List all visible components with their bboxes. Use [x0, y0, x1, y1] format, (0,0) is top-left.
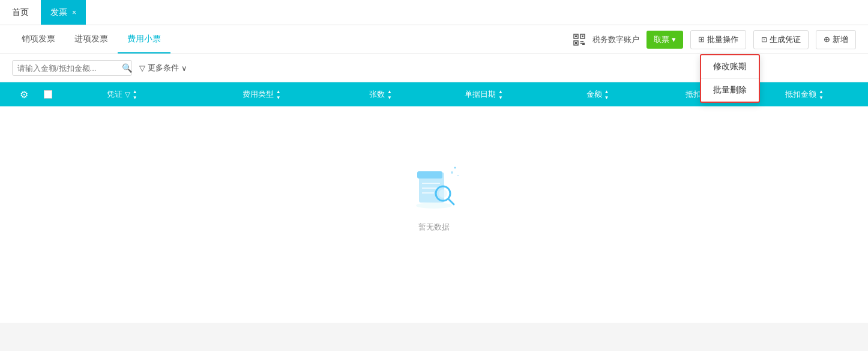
modify-period-item[interactable]: 修改账期 [701, 55, 759, 78]
action-buttons: 税务数字账户 取票 ▾ ⊞ 批量操作 ⊡ 生成凭证 ⊕ 新增 [573, 30, 856, 49]
batch-op-dropdown: 修改账期 批量删除 [700, 54, 760, 103]
add-label: 新增 [833, 34, 848, 45]
qr-code-button[interactable] [573, 34, 585, 46]
qu-piao-button[interactable]: 取票 ▾ [646, 31, 683, 49]
qu-piao-dropdown-icon: ▾ [672, 35, 676, 44]
batch-icon: ⊞ [698, 35, 705, 44]
batch-delete-item[interactable]: 批量删除 [701, 79, 759, 102]
date-sort[interactable]: ▲▼ [498, 89, 503, 100]
secondary-nav: 销项发票 进项发票 费用小票 税务数字账户 [0, 25, 868, 54]
tab-jinxiang[interactable]: 进项发票 [65, 25, 118, 53]
svg-rect-9 [582, 43, 585, 45]
more-conditions-button[interactable]: ▽ 更多条件 ∨ [139, 63, 187, 73]
tax-digital-button[interactable]: 税务数字账户 [592, 34, 639, 45]
invoice-tab[interactable]: 发票 × [41, 0, 86, 25]
th-voucher: 凭证 ▽ ▲▼ [60, 89, 184, 100]
svg-rect-7 [582, 41, 583, 42]
tab-feiyong[interactable]: 费用小票 [118, 25, 170, 53]
filter-icon: ▽ [139, 64, 145, 73]
th-deduct-amount: 抵扣金额 ▲▼ [753, 89, 856, 100]
th-date: 单据日期 ▲▼ [422, 89, 546, 100]
batch-op-label: 批量操作 [707, 34, 738, 45]
svg-point-17 [439, 189, 447, 198]
svg-rect-1 [575, 35, 577, 37]
voucher-sort[interactable]: ▲▼ [133, 89, 137, 100]
invoice-tab-label: 发票 [50, 7, 67, 18]
add-icon: ⊕ [824, 35, 830, 44]
th-count: 张数 ▲▼ [339, 89, 422, 100]
svg-point-21 [457, 175, 459, 176]
svg-point-19 [451, 171, 453, 174]
search-input-wrap: 🔍 [12, 60, 132, 76]
generate-voucher-label: 生成凭证 [770, 34, 801, 45]
amount-sort[interactable]: ▲▼ [604, 89, 609, 100]
search-input[interactable] [17, 64, 118, 73]
svg-point-10 [416, 203, 452, 209]
generate-voucher-button[interactable]: ⊡ 生成凭证 [753, 30, 809, 49]
close-tab-icon[interactable]: × [72, 8, 76, 17]
home-tab[interactable]: 首页 [0, 0, 41, 25]
svg-rect-6 [580, 41, 582, 42]
svg-line-18 [448, 199, 454, 204]
th-expense-type: 费用类型 ▲▼ [184, 89, 339, 100]
empty-text: 暂无数据 [418, 222, 450, 233]
home-label: 首页 [12, 7, 29, 18]
svg-rect-12 [417, 171, 442, 179]
empty-state: 暂无数据 [0, 106, 868, 257]
settings-icon[interactable]: ⚙ [20, 89, 28, 100]
deduct-amount-sort[interactable]: ▲▼ [819, 89, 824, 100]
svg-rect-3 [582, 35, 583, 37]
top-nav: 首页 发票 × [0, 0, 868, 25]
gen-voucher-icon: ⊡ [761, 35, 767, 44]
th-checkbox [36, 90, 60, 99]
svg-point-20 [454, 167, 456, 169]
chevron-down-icon: ∨ [181, 64, 187, 73]
count-sort[interactable]: ▲▼ [387, 89, 392, 100]
svg-rect-8 [580, 43, 582, 44]
add-button[interactable]: ⊕ 新增 [816, 30, 856, 49]
qr-code-icon [573, 34, 585, 46]
main-content: ⚙ 凭证 ▽ ▲▼ 费用类型 ▲▼ 张数 ▲▼ 单据日期 ▲▼ [0, 82, 868, 323]
tab-group: 销项发票 进项发票 费用小票 [12, 25, 170, 53]
empty-illustration [404, 154, 464, 215]
qu-piao-label: 取票 [654, 34, 669, 45]
th-amount: 金额 ▲▼ [546, 89, 649, 100]
tab-xiaoxiang[interactable]: 销项发票 [12, 25, 65, 53]
expense-type-sort[interactable]: ▲▼ [276, 89, 281, 100]
th-settings: ⚙ [12, 89, 36, 100]
batch-op-button[interactable]: ⊞ 批量操作 [690, 30, 746, 49]
svg-rect-5 [575, 42, 577, 44]
header-checkbox[interactable] [44, 90, 52, 99]
search-icon[interactable]: 🔍 [122, 63, 132, 73]
voucher-filter-icon[interactable]: ▽ [125, 90, 130, 99]
